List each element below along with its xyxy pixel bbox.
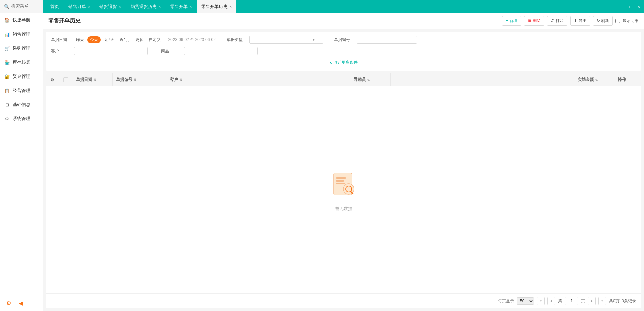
tab-retail-history[interactable]: 零售开单历史 × bbox=[197, 0, 236, 13]
per-page-label: 每页显示 bbox=[498, 298, 514, 304]
lock-icon: 🔐 bbox=[4, 73, 10, 80]
sidebar: 🔍 搜索采单 🏠 快捷导航 📊 销售管理 🛒 采购管理 🏪 库存核算 🔐 资金管… bbox=[0, 0, 43, 311]
tab-retail-open-close[interactable]: × bbox=[190, 5, 192, 9]
date-btn-7days[interactable]: 近7天 bbox=[102, 36, 116, 43]
content-area: 零售开单历史 + 新增 🗑 删除 🖨 打印 ⬆ 导出 ↻ 刷新 显示明细 单据日… bbox=[43, 13, 644, 311]
sidebar-bottom: ⚙ ◀ bbox=[0, 295, 43, 311]
collapse-up-icon: ∧ bbox=[329, 60, 332, 65]
th-customer-sort-icon[interactable]: ⇅ bbox=[179, 78, 182, 82]
first-page-button[interactable]: « bbox=[537, 297, 545, 305]
sidebar-item-operations[interactable]: 📋 经营管理 bbox=[0, 84, 43, 98]
gear-icon: ⚙ bbox=[4, 116, 10, 122]
th-checkbox[interactable] bbox=[59, 73, 72, 86]
bill-type-select[interactable]: ▾ bbox=[249, 36, 323, 44]
minimize-button[interactable]: ─ bbox=[620, 4, 625, 10]
tab-sales-order-close[interactable]: × bbox=[88, 5, 90, 9]
tab-sales-return[interactable]: 销货退货 × bbox=[95, 0, 126, 13]
svg-rect-1 bbox=[336, 177, 346, 179]
sidebar-item-sales-mgmt-label: 销售管理 bbox=[13, 31, 30, 37]
th-op: 操作 bbox=[614, 73, 641, 86]
th-guide[interactable]: 导购员 ⇅ bbox=[350, 73, 391, 86]
empty-illustration bbox=[327, 168, 360, 202]
date-shortcut-buttons: 昨天 今天 近7天 近1月 更多 自定义 bbox=[74, 36, 163, 43]
print-button[interactable]: 🖨 打印 bbox=[547, 16, 567, 26]
select-all-checkbox[interactable] bbox=[63, 77, 68, 82]
svg-rect-2 bbox=[336, 180, 344, 182]
page-size-select[interactable]: 50 10 20 100 bbox=[517, 297, 534, 305]
tab-sales-return-history[interactable]: 销货退货历史 × bbox=[126, 0, 165, 13]
tab-sales-return-close[interactable]: × bbox=[119, 5, 121, 9]
collapse-sidebar-button[interactable]: ◀ bbox=[16, 298, 26, 308]
th-num-sort-icon[interactable]: ⇅ bbox=[134, 78, 136, 82]
tab-retail-open[interactable]: 零售开单 × bbox=[165, 0, 196, 13]
sidebar-item-quick-nav[interactable]: 🏠 快捷导航 bbox=[0, 13, 43, 27]
shop-icon: 🛒 bbox=[4, 45, 10, 51]
sidebar-item-purchase-mgmt-label: 采购管理 bbox=[13, 45, 30, 51]
customer-input[interactable]: ... bbox=[74, 47, 148, 55]
th-amount-sort-icon[interactable]: ⇅ bbox=[595, 78, 598, 82]
bar-icon: 📋 bbox=[4, 88, 10, 94]
show-detail-checkbox[interactable] bbox=[615, 19, 620, 23]
th-settings[interactable]: ⚙ bbox=[46, 73, 59, 86]
pagination: 每页显示 50 10 20 100 « < 第 页 > » 共0页, 0条记录 bbox=[46, 293, 641, 308]
toolbar: 零售开单历史 + 新增 🗑 删除 🖨 打印 ⬆ 导出 ↻ 刷新 显示明细 bbox=[43, 13, 644, 29]
goods-input[interactable]: ... bbox=[184, 47, 258, 55]
search-icon: 🔍 bbox=[4, 4, 9, 9]
tab-retail-history-close[interactable]: × bbox=[230, 5, 232, 9]
next-page-button[interactable]: > bbox=[588, 297, 596, 305]
customer-label: 客户 bbox=[51, 48, 68, 54]
table-area: ⚙ 单据日期 ⇅ 单据编号 ⇅ 客户 ⇅ 导购员 bbox=[46, 73, 641, 308]
export-button[interactable]: ⬆ 导出 bbox=[570, 16, 590, 26]
chart-icon: 📊 bbox=[4, 31, 10, 37]
th-customer[interactable]: 客户 ⇅ bbox=[166, 73, 350, 86]
settings-button[interactable]: ⚙ bbox=[4, 298, 13, 308]
th-date[interactable]: 单据日期 ⇅ bbox=[72, 73, 113, 86]
date-btn-custom[interactable]: 自定义 bbox=[147, 36, 163, 43]
customer-placeholder: ... bbox=[77, 49, 80, 53]
page-number-input[interactable] bbox=[565, 297, 578, 305]
add-button[interactable]: + 新增 bbox=[502, 16, 521, 26]
date-btn-more[interactable]: 更多 bbox=[133, 36, 145, 43]
page-label-after: 页 bbox=[581, 298, 585, 304]
sidebar-item-sales-mgmt[interactable]: 📊 销售管理 bbox=[0, 27, 43, 41]
sidebar-item-sys-mgmt[interactable]: ⚙ 系统管理 bbox=[0, 112, 43, 126]
th-amount[interactable]: 实销金额 ⇅ bbox=[574, 73, 614, 86]
refresh-button[interactable]: ↻ 刷新 bbox=[593, 16, 613, 26]
date-btn-yesterday[interactable]: 昨天 bbox=[74, 36, 86, 43]
th-date-label: 单据日期 bbox=[76, 77, 92, 83]
close-button[interactable]: × bbox=[636, 4, 641, 10]
last-page-button[interactable]: » bbox=[598, 297, 606, 305]
tab-home[interactable]: 首页 bbox=[46, 0, 64, 13]
sidebar-item-operations-label: 经营管理 bbox=[13, 88, 30, 94]
delete-button[interactable]: 🗑 删除 bbox=[524, 16, 544, 26]
window-controls: ─ □ × bbox=[620, 4, 641, 10]
show-detail-toggle[interactable]: 显示明细 bbox=[615, 18, 639, 24]
column-settings-icon[interactable]: ⚙ bbox=[50, 77, 54, 82]
sidebar-item-finance[interactable]: 🔐 资金管理 bbox=[0, 69, 43, 84]
sidebar-item-purchase-mgmt[interactable]: 🛒 采购管理 bbox=[0, 41, 43, 55]
bill-type-label: 单据类型 bbox=[227, 37, 244, 43]
th-num[interactable]: 单据编号 ⇅ bbox=[113, 73, 166, 86]
collapse-filter-button[interactable]: ∧ 收起更多条件 bbox=[51, 58, 636, 67]
sidebar-item-basic-info[interactable]: ⊞ 基础信息 bbox=[0, 98, 43, 112]
collapse-label: 收起更多条件 bbox=[334, 60, 358, 65]
th-guide-sort-icon[interactable]: ⇅ bbox=[367, 78, 370, 82]
maximize-button[interactable]: □ bbox=[628, 4, 634, 10]
page-title: 零售开单历史 bbox=[48, 17, 81, 24]
sidebar-search[interactable]: 🔍 搜索采单 bbox=[0, 0, 43, 13]
tab-sales-order[interactable]: 销售订单 × bbox=[64, 0, 95, 13]
sidebar-item-inventory[interactable]: 🏪 库存核算 bbox=[0, 55, 43, 69]
th-amount-label: 实销金额 bbox=[578, 77, 594, 83]
prev-page-button[interactable]: < bbox=[547, 297, 555, 305]
th-num-label: 单据编号 bbox=[116, 77, 132, 83]
tab-sales-return-history-close[interactable]: × bbox=[159, 5, 161, 9]
th-op-label: 操作 bbox=[618, 77, 626, 83]
table-header: ⚙ 单据日期 ⇅ 单据编号 ⇅ 客户 ⇅ 导购员 bbox=[46, 73, 641, 86]
filter-area: 单据日期 昨天 今天 近7天 近1月 更多 自定义 2023-06-02 至 2… bbox=[46, 32, 641, 71]
goods-label: 商品 bbox=[161, 48, 179, 54]
warehouse-icon: 🏪 bbox=[4, 59, 10, 65]
bill-num-input[interactable] bbox=[357, 36, 417, 44]
date-btn-today[interactable]: 今天 bbox=[87, 36, 101, 43]
th-date-sort-icon[interactable]: ⇅ bbox=[93, 78, 96, 82]
date-btn-1month[interactable]: 近1月 bbox=[118, 36, 132, 43]
